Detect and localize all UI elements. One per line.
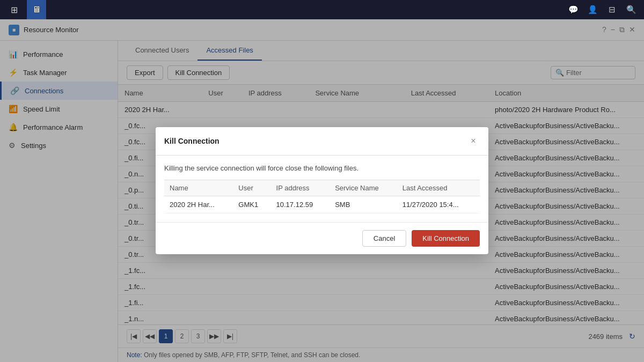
kill-connection-confirm-button[interactable]: Kill Connection [412,230,480,247]
modal-body: Killing the service connection will forc… [156,156,488,222]
kill-connection-modal: Kill Connection × Killing the service co… [156,127,488,254]
topbar-grid-icon[interactable]: ⊞ [4,0,24,19]
modal-description: Killing the service connection will forc… [164,164,480,172]
modal-header: Kill Connection × [156,127,488,156]
cancel-button[interactable]: Cancel [362,230,406,247]
modal-col-user: User [233,180,270,196]
topbar-search-icon[interactable]: 🔍 [623,1,640,18]
topbar: ⊞ 🖥 💬 👤 ⊟ 🔍 [0,0,644,19]
modal-col-last-accessed: Last Accessed [397,180,480,196]
modal-footer: Cancel Kill Connection [156,222,488,254]
modal-cell-service: SMB [330,196,397,213]
modal-col-service: Service Name [330,180,397,196]
modal-table: Name User IP address Service Name Last A… [164,180,480,213]
modal-cell-ip: 10.17.12.59 [271,196,330,213]
topbar-user-icon[interactable]: 👤 [584,1,601,18]
modal-table-row: 2020 2H Har...GMK110.17.12.59SMB11/27/20… [164,196,480,213]
modal-col-name: Name [164,180,233,196]
modal-cell-user: GMK1 [233,196,270,213]
modal-close-button[interactable]: × [467,135,480,147]
modal-col-ip: IP address [271,180,330,196]
modal-cell-name: 2020 2H Har... [164,196,233,213]
modal-overlay: Kill Connection × Killing the service co… [0,19,644,362]
modal-title: Kill Connection [164,137,219,145]
topbar-chat-icon[interactable]: 💬 [565,1,582,18]
modal-cell-last_accessed: 11/27/2020 15:4... [397,196,480,213]
topbar-windows-icon[interactable]: ⊟ [603,1,620,18]
topbar-monitor-icon[interactable]: 🖥 [27,0,46,19]
